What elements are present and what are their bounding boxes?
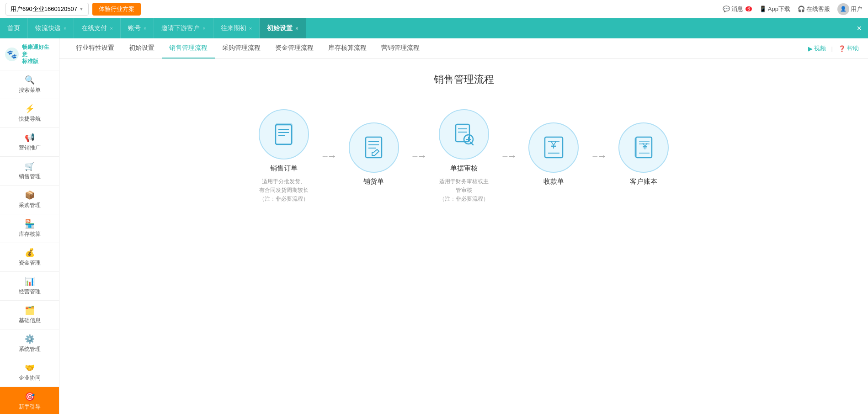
service-button[interactable]: 🎧 在线客服	[798, 5, 830, 13]
flow-arrow: - - →	[410, 150, 427, 162]
purchase-icon: 📦	[25, 190, 35, 200]
top-bar-left: 用户690企业1660120507 ▼ 体验行业方案	[5, 3, 141, 16]
tab-period[interactable]: 往来期初 ×	[213, 18, 260, 38]
sidebar-item-inventory[interactable]: 🏪 库存核算	[0, 214, 59, 243]
help-label: 帮助	[847, 44, 859, 53]
sub-tabs: 行业特性设置 初始设置 销售管理流程 采购管理流程 资金管理流程 库存核算流程 …	[59, 38, 868, 59]
subtab-initial[interactable]: 初始设置	[122, 38, 162, 58]
operations-icon: 📊	[25, 276, 35, 287]
svg-rect-2	[276, 125, 292, 144]
user-label: 用户690企业1660120507	[11, 5, 77, 13]
sidebar-item-label: 库存核算	[19, 230, 41, 238]
flow-step-sales-order: 销售订单 适用于分批发货、有合同发货周期较长（注：非必要流程）	[247, 109, 320, 204]
sidebar-item-collab[interactable]: 🤝 企业协同	[0, 358, 59, 387]
subtab-finance-flow[interactable]: 资金管理流程	[268, 38, 321, 58]
svg-text:🐾: 🐾	[7, 49, 17, 59]
close-icon[interactable]: ×	[110, 26, 112, 31]
help-icon: ❓	[838, 45, 846, 52]
top-bar-right: 💬 消息 6 📱 App下载 🎧 在线客服 👤 用户	[723, 3, 863, 15]
logo-line2: 标准版	[22, 58, 54, 65]
close-icon[interactable]: ×	[249, 26, 252, 31]
flow-step-desc: 适用于财务审核或主管审核（注：非必要流程）	[439, 177, 489, 204]
finance-icon: 💰	[25, 248, 35, 258]
sidebar-item-label: 经营管理	[19, 288, 41, 296]
sales-icon: 🛒	[25, 161, 35, 171]
tab-invite-label: 邀请下游客户	[161, 24, 200, 32]
logo-icon: 🐾	[5, 47, 19, 62]
subtab-industry[interactable]: 行业特性设置	[69, 38, 122, 58]
avatar: 👤	[837, 3, 849, 15]
marketing-icon: 📢	[25, 133, 35, 143]
user-avatar-area[interactable]: 👤 用户	[837, 3, 863, 15]
flow-step-audit: 单据审核 适用于财务审核或主管审核（注：非必要流程）	[427, 109, 501, 204]
service-label: 在线客服	[806, 5, 830, 13]
tab-logistics-label: 物流快递	[35, 24, 61, 32]
app-label: App下载	[768, 5, 790, 13]
quicknav-icon: ⚡	[25, 104, 35, 114]
flow-step-icon	[259, 109, 309, 159]
flow-row: 销售订单 适用于分批发货、有合同发货周期较长（注：非必要流程） - - →	[78, 109, 850, 204]
sidebar-item-label: 基础信息	[19, 317, 41, 324]
user-name-label: 用户	[851, 5, 863, 13]
flow-step-icon	[439, 109, 489, 159]
close-icon[interactable]: ×	[202, 26, 205, 31]
tab-payment-label: 在线支付	[81, 24, 107, 32]
app-download-button[interactable]: 📱 App下载	[759, 5, 790, 13]
tab-home[interactable]: 首页	[0, 18, 28, 38]
sidebar-item-label: 快捷导航	[19, 115, 41, 123]
flow-section: 销售管理流程 销售订单 适用于分批发货、有合同发货周期较长（	[59, 59, 868, 218]
close-icon[interactable]: ×	[144, 26, 146, 31]
subtab-purchase-flow[interactable]: 采购管理流程	[215, 38, 268, 58]
flow-arrow: - - →	[590, 150, 607, 162]
message-badge: 6	[746, 6, 752, 11]
close-all-tabs-button[interactable]: ×	[850, 18, 868, 38]
subtab-sales-flow[interactable]: 销售管理流程	[162, 38, 215, 58]
sidebar-item-label: 搜索菜单	[19, 86, 41, 94]
sidebar-item-search[interactable]: 🔍 搜索菜单	[0, 70, 59, 99]
message-button[interactable]: 💬 消息 6	[723, 5, 752, 13]
message-label: 消息	[731, 5, 743, 13]
sidebar-item-system[interactable]: ⚙️ 系统管理	[0, 329, 59, 358]
tab-account[interactable]: 账号 ×	[121, 18, 154, 38]
sidebar-item-purchase[interactable]: 📦 采购管理	[0, 186, 59, 214]
top-bar: 用户690企业1660120507 ▼ 体验行业方案 💬 消息 6 📱 App下…	[0, 0, 868, 18]
close-icon[interactable]: ×	[295, 26, 298, 31]
help-button[interactable]: ❓ 帮助	[838, 44, 859, 53]
sidebar-item-guide[interactable]: 🎯 新手引导	[0, 387, 59, 414]
trial-button[interactable]: 体验行业方案	[92, 3, 141, 16]
flow-step-ledger: ¥ 客户账本	[607, 122, 680, 191]
video-icon: ▶	[808, 45, 813, 52]
tab-logistics[interactable]: 物流快递 ×	[28, 18, 74, 38]
sidebar-item-quicknav[interactable]: ⚡ 快捷导航	[0, 99, 59, 128]
sidebar-item-finance[interactable]: 💰 资金管理	[0, 243, 59, 272]
close-icon[interactable]: ×	[64, 26, 66, 31]
tab-initial-setup-label: 初始设置	[267, 24, 293, 32]
guide-icon: 🎯	[25, 392, 35, 402]
sidebar-item-label: 销售管理	[19, 173, 41, 180]
sidebar-item-sales[interactable]: 🛒 销售管理	[0, 157, 59, 186]
subtab-marketing-flow[interactable]: 营销管理流程	[374, 38, 427, 58]
flow-step-label: 销货单	[363, 177, 384, 186]
sidebar-logo: 🐾 畅康通好生意 标准版	[0, 38, 59, 70]
logo-text: 畅康通好生意 标准版	[22, 44, 54, 65]
divider: |	[831, 45, 833, 52]
tab-invite[interactable]: 邀请下游客户 ×	[154, 18, 213, 38]
tab-initial-setup[interactable]: 初始设置 ×	[260, 18, 306, 38]
flow-step-desc: 适用于分批发货、有合同发货周期较长（注：非必要流程）	[259, 177, 309, 204]
sidebar-item-label: 系统管理	[19, 345, 41, 353]
sidebar-item-marketing[interactable]: 📢 营销推广	[0, 128, 59, 157]
flow-step-label: 单据审核	[450, 164, 478, 173]
main-layout: 🐾 畅康通好生意 标准版 🔍 搜索菜单 ⚡ 快捷导航 📢 营销推广 🛒 销售管理…	[0, 38, 868, 414]
user-selector[interactable]: 用户690企业1660120507 ▼	[5, 3, 89, 16]
sidebar-item-basic[interactable]: 🗂️ 基础信息	[0, 301, 59, 329]
subtab-inventory-flow[interactable]: 库存核算流程	[321, 38, 374, 58]
svg-text:¥: ¥	[642, 141, 648, 151]
flow-step-icon: ¥	[528, 122, 579, 173]
video-button[interactable]: ▶ 视频	[808, 44, 826, 53]
search-icon: 🔍	[25, 75, 35, 85]
sidebar-item-operations[interactable]: 📊 经营管理	[0, 272, 59, 301]
inventory-icon: 🏪	[25, 219, 35, 229]
logo-line1: 畅康通好生意	[22, 44, 54, 58]
sidebar-item-label: 营销推广	[19, 144, 41, 152]
tab-payment[interactable]: 在线支付 ×	[74, 18, 120, 38]
